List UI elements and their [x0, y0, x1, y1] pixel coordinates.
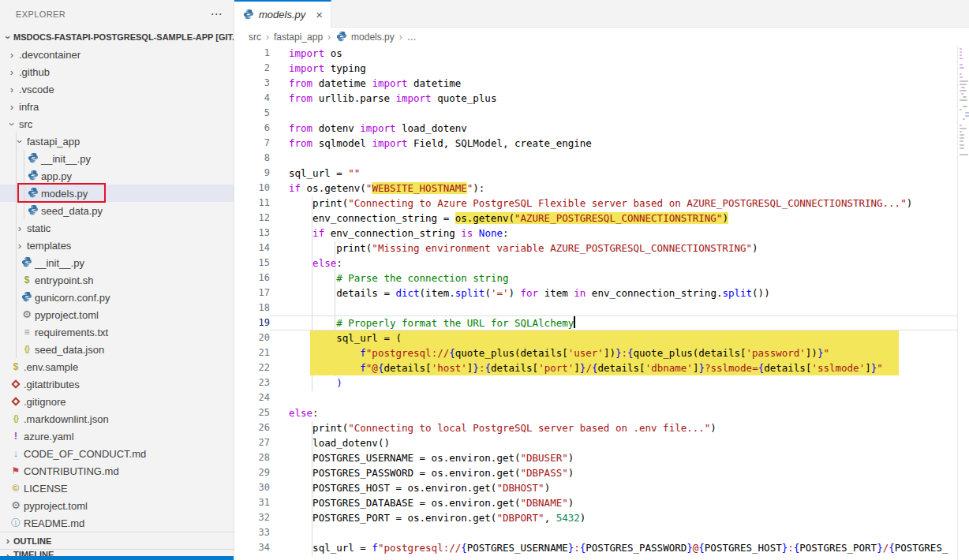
code-line[interactable]: 23 )	[234, 375, 969, 390]
code-line[interactable]: 21 f"postgresql://{quote_plus(details['u…	[234, 345, 969, 360]
line-number[interactable]: 32	[234, 510, 270, 525]
line-number[interactable]: 6	[234, 121, 270, 136]
code-line[interactable]: 31 POSTGRES_DATABASE = os.environ.get("D…	[234, 495, 969, 510]
tree-item--devcontainer[interactable]: ›.devcontainer	[0, 46, 234, 63]
code-line[interactable]: 32 POSTGRES_PORT = os.environ.get("DBPOR…	[234, 510, 969, 525]
tree-item-entrypoint-sh[interactable]: $entrypoint.sh	[0, 271, 234, 289]
breadcrumb-item[interactable]: …	[407, 32, 417, 43]
code-line[interactable]: 18	[234, 301, 969, 315]
line-number[interactable]: 9	[234, 166, 270, 181]
tree-item-azure-yaml[interactable]: !azure.yaml	[0, 427, 234, 445]
tree-item-seed-data-json[interactable]: {}seed_data.json	[0, 341, 234, 358]
tree-item-pyproject-toml[interactable]: ⚙pyproject.toml	[0, 306, 234, 323]
tree-item-app-py[interactable]: app.py	[0, 167, 234, 185]
code-line[interactable]: 9sql_url = ""	[234, 166, 969, 181]
code-line[interactable]: 16 # Parse the connection string	[234, 271, 969, 286]
line-number[interactable]: 1	[234, 46, 270, 61]
code-editor[interactable]: 1import os2import typing3from datetime i…	[234, 46, 969, 560]
line-number[interactable]: 3	[234, 76, 270, 91]
code-line[interactable]: 22 f"@{details['host']}:{details['port']…	[234, 360, 969, 375]
line-number[interactable]: 18	[234, 301, 270, 315]
line-number[interactable]: 20	[234, 330, 270, 345]
breadcrumb-item[interactable]: fastapi_app	[274, 32, 323, 43]
code-line[interactable]: 4from urllib.parse import quote_plus	[234, 91, 969, 106]
tree-item--github[interactable]: ›.github	[0, 63, 234, 80]
code-line[interactable]: 27 load_dotenv()	[234, 435, 969, 450]
line-number[interactable]: 19	[234, 315, 270, 330]
code-line[interactable]: 33	[234, 525, 969, 540]
line-number[interactable]: 24	[234, 390, 270, 405]
breadcrumb-item[interactable]: src	[249, 32, 261, 43]
code-line[interactable]: 24	[234, 390, 969, 405]
code-line[interactable]: 13 if env_connection_string is None:	[234, 226, 969, 241]
line-number[interactable]: 14	[234, 241, 270, 256]
code-line[interactable]: 2import typing	[234, 61, 969, 76]
code-line[interactable]: 19 # Properly format the URL for SQLAlch…	[234, 315, 969, 330]
tree-item-models-py[interactable]: models.py	[0, 185, 234, 202]
timeline-section[interactable]: › TIMELINE	[0, 549, 234, 556]
tree-item-gunicorn-conf-py[interactable]: gunicorn.conf.py	[0, 289, 234, 306]
tree-item-templates[interactable]: ›templates	[0, 237, 234, 254]
line-number[interactable]: 11	[234, 196, 270, 211]
tree-item-requirements-txt[interactable]: ≡requirements.txt	[0, 323, 234, 341]
line-number[interactable]: 7	[234, 136, 270, 151]
tree-item--vscode[interactable]: ›.vscode	[0, 80, 234, 98]
code-line[interactable]: 8	[234, 151, 969, 166]
code-line[interactable]: 3from datetime import datetime	[234, 76, 969, 91]
tree-item--gitignore[interactable]: .gitignore	[0, 393, 234, 410]
tree-item-readme-md[interactable]: ⓘREADME.md	[0, 514, 234, 532]
tree-item-fastapi-app[interactable]: ›fastapi_app	[0, 133, 234, 150]
tab-models-py[interactable]: models.py ×	[234, 0, 331, 28]
code-line[interactable]: 12 env_connection_string = os.getenv("AZ…	[234, 211, 969, 226]
code-line[interactable]: 6from dotenv import load_dotenv	[234, 121, 969, 136]
code-line[interactable]: 30 POSTGRES_HOST = os.environ.get("DBHOS…	[234, 480, 969, 495]
code-line[interactable]: 5	[234, 106, 969, 121]
tree-item-code-of-conduct-md[interactable]: ↓CODE_OF_CONDUCT.md	[0, 445, 234, 462]
line-number[interactable]: 21	[234, 345, 270, 360]
line-number[interactable]: 22	[234, 360, 270, 375]
tree-item-infra[interactable]: ›infra	[0, 98, 234, 115]
code-line[interactable]: 20 sql_url = (	[234, 330, 969, 345]
code-line[interactable]: 17 details = dict(item.split('=') for it…	[234, 286, 969, 301]
line-number[interactable]: 25	[234, 405, 270, 420]
line-number[interactable]: 31	[234, 495, 270, 510]
line-number[interactable]: 10	[234, 181, 270, 196]
code-line[interactable]: 7from sqlmodel import Field, SQLModel, c…	[234, 136, 969, 151]
code-line[interactable]: 26 print("Connecting to local PostgreSQL…	[234, 420, 969, 435]
line-number[interactable]: 17	[234, 286, 270, 301]
line-number[interactable]: 34	[234, 540, 270, 555]
root-folder-row[interactable]: › MSDOCS-FASTAPI-POSTGRESQL-SAMPLE-APP […	[0, 28, 234, 46]
code-line[interactable]: 10if os.getenv("WEBSITE_HOSTNAME"):	[234, 181, 969, 196]
tree-item-seed-data-py[interactable]: seed_data.py	[0, 202, 234, 219]
breadcrumb-item[interactable]: models.py	[335, 31, 395, 43]
line-number[interactable]: 26	[234, 420, 270, 435]
tree-item-src[interactable]: ›src	[0, 115, 234, 133]
close-icon[interactable]: ×	[314, 8, 324, 21]
line-number[interactable]: 27	[234, 435, 270, 450]
tree-item-license[interactable]: ©LICENSE	[0, 480, 234, 497]
code-line[interactable]: 14 print("Missing environment variable A…	[234, 241, 969, 256]
tree-item--init-py[interactable]: __init__.py	[0, 254, 234, 271]
tree-item--markdownlint-json[interactable]: {}.markdownlint.json	[0, 410, 234, 427]
line-number[interactable]: 15	[234, 256, 270, 271]
line-number[interactable]: 28	[234, 450, 270, 465]
tree-item-contributing-md[interactable]: ⚑CONTRIBUTING.md	[0, 462, 234, 480]
line-number[interactable]: 8	[234, 151, 270, 166]
tree-item-static[interactable]: ›static	[0, 219, 234, 237]
line-number[interactable]: 12	[234, 211, 270, 226]
more-actions-icon[interactable]: ⋯	[211, 10, 223, 18]
code-line[interactable]: 11 print("Connecting to Azure PostgreSQL…	[234, 196, 969, 211]
tree-item--gitattributes[interactable]: .gitattributes	[0, 375, 234, 393]
line-number[interactable]: 30	[234, 480, 270, 495]
line-number[interactable]: 29	[234, 465, 270, 480]
code-line[interactable]: 15 else:	[234, 256, 969, 271]
minimap[interactable]	[957, 46, 969, 560]
line-number[interactable]: 33	[234, 525, 270, 540]
outline-section[interactable]: › OUTLINE	[0, 532, 234, 549]
code-line[interactable]: 34 sql_url = f"postgresql://{POSTGRES_US…	[234, 540, 969, 555]
line-number[interactable]: 2	[234, 61, 270, 76]
tree-item--init-py[interactable]: __init__.py	[0, 150, 234, 167]
code-line[interactable]: 25else:	[234, 405, 969, 420]
code-line[interactable]: 1import os	[234, 46, 969, 61]
code-line[interactable]: 29 POSTGRES_PASSWORD = os.environ.get("D…	[234, 465, 969, 480]
